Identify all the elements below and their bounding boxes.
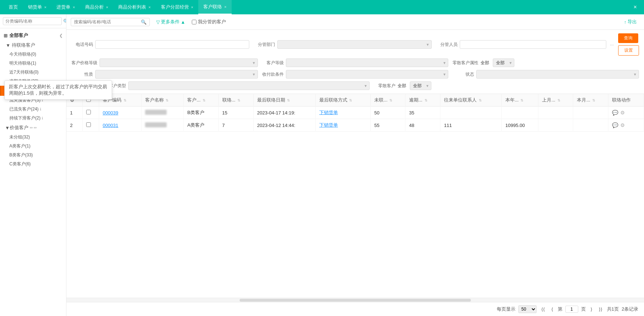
edit-icon[interactable]: ✏ — [30, 126, 33, 130]
nav-customer-contact[interactable]: 客户联络 × — [198, 0, 231, 14]
row2-select[interactable] — [86, 122, 91, 127]
nav-sales-close[interactable]: × — [44, 5, 46, 9]
sort-icon-contact-person[interactable]: ⇅ — [479, 98, 482, 102]
row1-chat-icon[interactable]: 💬 — [612, 110, 618, 115]
dept-select-wrap: ▼ — [277, 40, 431, 49]
row2-last-method[interactable]: 下销货单 — [315, 119, 370, 132]
nav-home[interactable]: 首页 — [4, 0, 23, 14]
more-conditions-button[interactable]: ▽ 更多条件 ▲ — [153, 17, 188, 27]
cust-type-select[interactable] — [128, 81, 370, 90]
nav-product-analysis[interactable]: 商品分析 × — [80, 0, 113, 14]
gender-select[interactable] — [95, 70, 258, 79]
sidebar-item-today[interactable]: 今天待联络(0) — [0, 50, 66, 59]
per-page-select[interactable]: 50 100 — [518, 305, 537, 313]
collapse-icon[interactable]: ❮ — [59, 33, 62, 38]
zero-retail-attr-select[interactable]: 全部 — [493, 58, 514, 67]
status-select[interactable] — [476, 70, 639, 79]
my-customer-checkbox[interactable] — [192, 20, 196, 24]
row1-code[interactable]: 000039 — [99, 107, 141, 119]
customer-search-input[interactable] — [74, 19, 141, 24]
sidebar-item-class-c[interactable]: C类客户(6) — [0, 160, 66, 169]
row2-this-month — [573, 119, 608, 132]
sidebar-item-class-b[interactable]: B类客户(33) — [0, 151, 66, 160]
row2-code[interactable]: 000031 — [99, 119, 141, 132]
sort-icon-method[interactable]: ⇅ — [349, 98, 352, 102]
filter-search-icon[interactable]: 🔍 — [141, 19, 147, 25]
row2-chat-icon[interactable]: 💬 — [612, 122, 618, 128]
close-all-button[interactable]: × — [630, 4, 640, 10]
sort-icon-overdue[interactable]: ⇅ — [425, 98, 427, 102]
filter-icon: ▽ — [156, 19, 160, 25]
edit-icon2[interactable]: ✏ — [34, 126, 37, 130]
nav-product-list-close[interactable]: × — [148, 5, 150, 9]
nav-sales-order[interactable]: 销货单 × — [23, 0, 51, 14]
per-page-label: 每页显示 — [497, 306, 515, 312]
nav-product-analysis-close[interactable]: × — [106, 5, 108, 9]
horizontal-scrollbar[interactable] — [66, 298, 644, 302]
nav-contact-label: 客户联络 — [203, 4, 222, 10]
sort-icon-uncontacted[interactable]: ⇅ — [389, 98, 392, 102]
sidebar-item-tomorrow[interactable]: 明天待联络(1) — [0, 59, 66, 68]
sort-icon-contact[interactable]: ⇅ — [237, 98, 240, 102]
phone-input[interactable] — [95, 40, 249, 49]
sidebar: 🔍 ⊞ 全部客户 ❮ ▼ 待联络客户 今天待联络(0) 明天待联络(1) 近7天… — [0, 14, 66, 316]
sidebar-item-churned[interactable]: 已流失客户(24) ℹ — [0, 105, 66, 114]
export-button[interactable]: ↑ 导出 — [621, 17, 640, 27]
category-search-input[interactable] — [3, 17, 62, 25]
row2-checkbox[interactable] — [82, 119, 99, 132]
sort-icon-this-month[interactable]: ⇅ — [592, 98, 595, 102]
waiting-contact-group[interactable]: ▼ 待联络客户 — [0, 41, 66, 50]
row2-code-link[interactable]: 000031 — [103, 123, 118, 128]
sidebar-item-ungrouped[interactable]: 未分组(32) — [0, 133, 66, 142]
nav-segmentation-close[interactable]: × — [191, 5, 193, 9]
search-icon[interactable]: 🔍 — [63, 19, 66, 24]
sort-icon-this-year[interactable]: ⇅ — [520, 98, 523, 102]
sort-icon-code[interactable]: ⇅ — [124, 98, 126, 102]
row2-last-month — [538, 119, 573, 132]
row2-method-link[interactable]: 下销货单 — [319, 122, 338, 128]
scroll-track[interactable] — [240, 299, 471, 302]
sidebar-item-7days[interactable]: 近7天待联络(0) — [0, 68, 66, 77]
query-button[interactable]: 查询 — [618, 33, 638, 43]
all-customers-header[interactable]: ⊞ 全部客户 ❮ — [0, 30, 66, 41]
row2-more-icon[interactable]: ⚙ — [620, 122, 625, 128]
sidebar-item-class-a[interactable]: A类客户(1) — [0, 142, 66, 151]
sort-icon-date[interactable]: ⇅ — [287, 98, 290, 102]
valuation-customer-group[interactable]: ▼ 价值客户 ✏ ✏ — [0, 123, 66, 133]
cust-grade-select[interactable] — [286, 58, 449, 67]
page-nav-next[interactable]: ⟩ — [589, 306, 594, 313]
nav-customer-segmentation[interactable]: 客户分层经营 × — [156, 0, 198, 14]
filter-bar: 🔍 ▽ 更多条件 ▲ 我分管的客户 ↑ 导出 — [66, 14, 644, 30]
page-input[interactable] — [565, 306, 578, 313]
row1-more-icon[interactable]: ⚙ — [620, 110, 625, 115]
sort-icon-name[interactable]: ⇅ — [166, 98, 168, 102]
col-last-month: 上月... ⇅ — [538, 94, 573, 107]
nav-purchase-close[interactable]: × — [73, 5, 75, 9]
dept-select[interactable] — [277, 40, 431, 49]
row1-last-method[interactable]: 下销货单 — [315, 107, 370, 119]
row1-method-link[interactable]: 下销货单 — [319, 110, 338, 115]
person-more-icon[interactable]: ··· — [610, 42, 614, 47]
sort-icon-type[interactable]: ⇅ — [203, 98, 205, 102]
zero-retail-attr-label: 零散客户属性 — [453, 60, 478, 66]
filter-row-3: 性质 ▼ 收付款条件 ▼ 状态 — [71, 70, 639, 79]
page-nav-last[interactable]: ⟩⟩ — [597, 306, 604, 313]
nav-product-analysis-list[interactable]: 商品分析列表 × — [113, 0, 156, 14]
nav-contact-close[interactable]: × — [224, 5, 226, 9]
payment-select[interactable] — [286, 70, 449, 79]
sort-icon-last-month[interactable]: ⇅ — [557, 98, 560, 102]
sidebar-item-declining[interactable]: 持续下滑客户(2) ℹ — [0, 114, 66, 123]
person-input[interactable] — [460, 40, 606, 49]
page-nav-first[interactable]: ⟨⟨ — [539, 306, 547, 313]
row1-checkbox[interactable] — [82, 107, 99, 119]
zero-retail-select[interactable]: 全部 — [410, 81, 431, 90]
price-grade-select[interactable] — [99, 58, 258, 67]
page-nav-prev[interactable]: ⟨ — [550, 306, 555, 313]
settings-button[interactable]: 设置 — [618, 45, 639, 56]
col-this-month: 本月... ⇅ — [573, 94, 608, 107]
nav-purchase-order[interactable]: 进货单 × — [51, 0, 80, 14]
col-overdue-label: 逾期... — [409, 97, 422, 103]
row1-select[interactable] — [86, 110, 91, 114]
zero-retail-label: 零散客户 — [374, 83, 395, 89]
row1-code-link[interactable]: 000039 — [103, 110, 118, 115]
